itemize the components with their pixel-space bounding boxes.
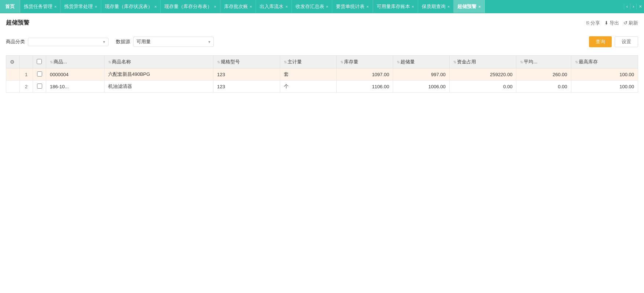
tab-close-5[interactable]: × xyxy=(285,4,288,9)
row-check-1[interactable] xyxy=(37,84,42,89)
tab-close-2[interactable]: × xyxy=(154,4,157,9)
col-product-code[interactable]: ⇅商品... xyxy=(46,56,105,68)
col-max-stock[interactable]: ⇅最高库存 xyxy=(571,56,638,68)
nav-tab-6[interactable]: 收发存汇总表× xyxy=(292,0,332,13)
header-actions: ⎘ 分享 ⬇ 导出 ↺ 刷新 xyxy=(586,20,638,26)
tab-label-8: 可用量库存账本 xyxy=(377,3,410,10)
share-action[interactable]: ⎘ 分享 xyxy=(586,20,600,26)
nav-tab-0[interactable]: 拣货任务管理× xyxy=(20,0,61,13)
row-settings-0 xyxy=(6,68,20,81)
nav-arrow-right[interactable]: › xyxy=(630,4,636,9)
sort-icon-max-stock: ⇅ xyxy=(575,60,578,64)
row-product-code-0: 0000004 xyxy=(46,68,105,81)
table-body: 1 0000004 六配套新昌490BPG 123 套 1097.00 997.… xyxy=(6,68,638,93)
settings-button[interactable]: 设置 xyxy=(615,36,638,47)
nav-tab-2[interactable]: 现存量（库存状况表）× xyxy=(101,0,161,13)
tab-close-10[interactable]: × xyxy=(478,4,480,9)
export-label: 导出 xyxy=(610,20,619,26)
nav-tab-1[interactable]: 拣货异常处理× xyxy=(61,0,101,13)
nav-tab-10[interactable]: 超储预警× xyxy=(454,0,484,13)
page-title: 超储预警 xyxy=(6,19,29,27)
tab-label-7: 要货单统计表 xyxy=(336,3,365,10)
table-header: ⚙ ⇅商品... ⇅商品名称 ⇅规格型号 ⇅主计量 xyxy=(6,56,638,68)
refresh-action[interactable]: ↺ 刷新 xyxy=(623,20,638,26)
tab-close-7[interactable]: × xyxy=(366,4,369,9)
row-unit-1: 个 xyxy=(280,81,337,93)
tab-close-6[interactable]: × xyxy=(326,4,328,9)
tab-label-10: 超储预警 xyxy=(457,3,476,10)
nav-tab-8[interactable]: 可用量库存账本× xyxy=(373,0,418,13)
row-avg-1: 0.00 xyxy=(516,81,571,93)
row-capital-1: 0.00 xyxy=(449,81,516,93)
row-overstock-1: 1006.00 xyxy=(393,81,450,93)
tab-label-0: 拣货任务管理 xyxy=(24,3,52,10)
filter-actions: 查询 设置 xyxy=(589,36,638,47)
tab-close-4[interactable]: × xyxy=(250,4,252,9)
col-avg[interactable]: ⇅平均... xyxy=(516,56,571,68)
row-spec-0: 123 xyxy=(213,68,280,81)
row-checkbox-0[interactable] xyxy=(33,68,46,81)
sort-icon-unit: ⇅ xyxy=(284,60,287,64)
nav-tabs: 拣货任务管理×拣货异常处理×现存量（库存状况表）×现存量（库存分布表）×库存批次… xyxy=(20,0,485,13)
row-product-name-0: 六配套新昌490BPG xyxy=(104,68,213,81)
table-row: 1 0000004 六配套新昌490BPG 123 套 1097.00 997.… xyxy=(6,68,638,81)
refresh-label: 刷新 xyxy=(629,20,638,26)
nav-arrow-left[interactable]: ‹ xyxy=(624,4,630,9)
share-icon: ⎘ xyxy=(586,20,589,26)
nav-tab-3[interactable]: 现存量（库存分布表）× xyxy=(161,0,220,13)
row-avg-0: 260.00 xyxy=(516,68,571,81)
col-stock[interactable]: ⇅库存量 xyxy=(337,56,393,68)
datasource-dropdown-icon: ▾ xyxy=(208,40,211,44)
tab-label-9: 保质期查询 xyxy=(422,3,446,10)
nav-arrow-close[interactable]: × xyxy=(636,4,644,9)
tab-label-2: 现存量（库存状况表） xyxy=(105,3,153,10)
select-all-checkbox[interactable] xyxy=(37,59,42,64)
category-select[interactable]: ▾ xyxy=(28,38,109,46)
col-checkbox xyxy=(33,56,46,68)
nav-tab-9[interactable]: 保质期查询× xyxy=(418,0,454,13)
nav-arrows: ‹ › × xyxy=(624,4,644,9)
col-product-name[interactable]: ⇅商品名称 xyxy=(104,56,213,68)
sort-icon-overstock: ⇅ xyxy=(397,60,400,64)
category-dropdown-icon: ▾ xyxy=(103,40,105,44)
row-check-0[interactable] xyxy=(37,71,42,77)
datasource-select[interactable]: 可用量 ▾ xyxy=(133,37,214,47)
datasource-select-value: 可用量 xyxy=(136,38,151,45)
col-spec[interactable]: ⇅规格型号 xyxy=(213,56,280,68)
nav-tab-4[interactable]: 库存批次账× xyxy=(220,0,256,13)
tab-close-8[interactable]: × xyxy=(412,4,414,9)
nav-home[interactable]: 首页 xyxy=(0,0,20,13)
table-row: 2 186-10... 机油滤清器 123 个 1106.00 1006.00 … xyxy=(6,81,638,93)
row-overstock-0: 997.00 xyxy=(393,68,450,81)
sort-icon-spec: ⇅ xyxy=(217,60,220,64)
row-max-stock-0: 100.00 xyxy=(571,68,638,81)
row-spec-1: 123 xyxy=(213,81,280,93)
filter-row: 商品分类 ▾ 数据源 可用量 ▾ 查询 设置 xyxy=(6,33,638,51)
col-settings[interactable]: ⚙ xyxy=(6,56,20,68)
gear-icon[interactable]: ⚙ xyxy=(10,59,16,65)
sort-icon-product-name: ⇅ xyxy=(108,60,111,64)
tab-label-3: 现存量（库存分布表） xyxy=(164,3,212,10)
tab-close-1[interactable]: × xyxy=(95,4,97,9)
tab-label-5: 出入库流水 xyxy=(260,3,283,10)
col-capital[interactable]: ⇅资金占用 xyxy=(449,56,516,68)
sort-icon-product-code: ⇅ xyxy=(50,60,53,64)
nav-tab-7[interactable]: 要货单统计表× xyxy=(332,0,373,13)
page-container: 超储预警 ⎘ 分享 ⬇ 导出 ↺ 刷新 商品分类 ▾ 数据源 xyxy=(0,13,644,293)
row-checkbox-1[interactable] xyxy=(33,81,46,93)
nav-home-label: 首页 xyxy=(5,3,15,10)
export-action[interactable]: ⬇ 导出 xyxy=(604,20,619,26)
page-header: 超储预警 ⎘ 分享 ⬇ 导出 ↺ 刷新 xyxy=(6,19,638,27)
tab-label-4: 库存批次账 xyxy=(224,3,248,10)
tab-close-9[interactable]: × xyxy=(447,4,450,9)
datasource-filter-group: 数据源 可用量 ▾ xyxy=(116,37,214,47)
share-label: 分享 xyxy=(590,20,600,26)
col-unit[interactable]: ⇅主计量 xyxy=(280,56,337,68)
tab-close-3[interactable]: × xyxy=(214,4,216,9)
row-stock-0: 1097.00 xyxy=(337,68,393,81)
tab-close-0[interactable]: × xyxy=(54,4,56,9)
col-overstock[interactable]: ⇅超储量 xyxy=(393,56,450,68)
nav-tab-5[interactable]: 出入库流水× xyxy=(256,0,292,13)
tab-label-6: 收发存汇总表 xyxy=(296,3,324,10)
query-button[interactable]: 查询 xyxy=(589,36,612,47)
